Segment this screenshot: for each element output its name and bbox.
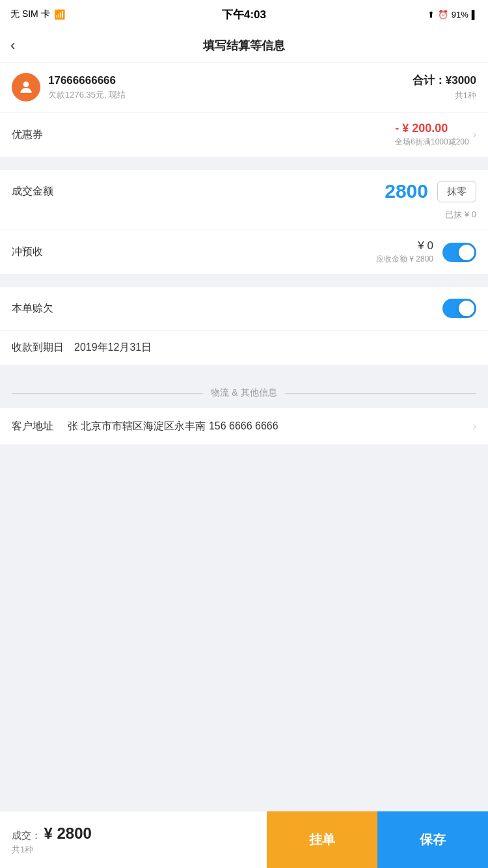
section-sep-3	[0, 372, 488, 378]
logistics-label: 物流 & 其他信息	[203, 387, 284, 399]
address-row[interactable]: 客户地址 张 北京市市辖区海淀区永丰南 156 6666 6666 ›	[0, 408, 488, 444]
section-sep-2	[0, 280, 488, 287]
bottom-info: 成交： ¥ 2800 共1种	[0, 824, 267, 856]
hang-order-button[interactable]: 挂单	[267, 811, 377, 869]
coupon-right: - ¥ 200.00 全场6折满1000减200 ›	[395, 122, 476, 148]
bottom-deal-count: 共1种	[12, 844, 255, 856]
address-value: 张 北京市市辖区海淀区永丰南 156 6666 6666	[68, 418, 473, 434]
status-right: ⬆ ⏰ 91% ▌	[427, 10, 478, 20]
customer-row: 17666666666 欠款1276.35元, 现结 合计：¥3000 共1种	[0, 62, 488, 112]
chevron-right-icon: ›	[473, 129, 476, 141]
alarm-icon: ⏰	[438, 10, 448, 20]
transaction-card: 成交金额 2800 抹零 已抹 ¥ 0 冲预收 ¥ 0 应收金额 ¥ 2800	[0, 170, 488, 274]
avatar	[12, 73, 40, 102]
svg-point-0	[23, 81, 29, 87]
section-sep-1	[0, 163, 488, 170]
total-count: 共1种	[413, 90, 476, 102]
debt-toggle[interactable]	[442, 299, 476, 318]
customer-card: 17666666666 欠款1276.35元, 现结 合计：¥3000 共1种 …	[0, 62, 488, 157]
battery-label: 91%	[452, 10, 468, 20]
precollect-values: ¥ 0 应收金额 ¥ 2800	[376, 239, 433, 265]
no-sim-label: 无 SIM 卡	[10, 8, 50, 20]
precollect-right: ¥ 0 应收金额 ¥ 2800	[376, 239, 476, 265]
precollect-label: 冲预收	[12, 245, 43, 259]
precollect-toggle[interactable]	[442, 243, 476, 262]
bottom-bar: 成交： ¥ 2800 共1种 挂单 保存	[0, 811, 488, 868]
round-button[interactable]: 抹零	[437, 181, 476, 202]
total-amount: 合计：¥3000	[413, 73, 476, 88]
bottom-deal-row: 成交： ¥ 2800	[12, 824, 255, 843]
customer-info: 17666666666 欠款1276.35元, 现结	[48, 74, 126, 101]
save-button[interactable]: 保存	[377, 811, 488, 869]
battery-icon: ▌	[472, 10, 478, 20]
duedate-value: 2019年12月31日	[74, 341, 152, 355]
transaction-label: 成交金额	[12, 185, 53, 198]
content-area: 17666666666 欠款1276.35元, 现结 合计：¥3000 共1种 …	[0, 62, 488, 633]
address-label: 客户地址	[12, 420, 57, 433]
duedate-label: 收款到期日	[12, 341, 64, 355]
customer-right: 合计：¥3000 共1种	[413, 73, 476, 102]
transaction-value: 2800	[385, 180, 428, 202]
nav-header: ‹ 填写结算等信息	[0, 29, 488, 62]
coupon-info: - ¥ 200.00 全场6折满1000减200	[395, 122, 468, 148]
coupon-label: 优惠券	[12, 128, 43, 142]
bottom-deal-amount: ¥ 2800	[44, 824, 91, 842]
address-chevron-icon: ›	[473, 420, 476, 432]
status-left: 无 SIM 卡 📶	[10, 8, 65, 20]
wifi-icon: 📶	[54, 9, 65, 20]
coupon-desc: 全场6折满1000减200	[395, 137, 468, 148]
amount-row: 成交金额 2800 抹零	[0, 170, 488, 209]
bottom-padding	[0, 444, 488, 575]
amount-right: 2800 抹零	[385, 180, 476, 202]
precollect-main: ¥ 0	[376, 239, 433, 252]
logistics-section: 物流 & 其他信息	[0, 378, 488, 408]
transaction-sub: 已抹 ¥ 0	[0, 209, 488, 230]
page-title: 填写结算等信息	[203, 38, 285, 53]
section-line-right	[285, 393, 476, 394]
duedate-row: 收款到期日 2019年12月31日	[0, 330, 488, 365]
back-button[interactable]: ‹	[10, 37, 15, 54]
debt-card: 本单赊欠 收款到期日 2019年12月31日	[0, 287, 488, 365]
customer-phone: 17666666666	[48, 74, 126, 87]
precollect-row: 冲预收 ¥ 0 应收金额 ¥ 2800	[0, 230, 488, 274]
debt-label: 本单赊欠	[12, 302, 53, 316]
customer-sub: 欠款1276.35元, 现结	[48, 89, 126, 101]
location-icon: ⬆	[427, 10, 435, 20]
debt-row: 本单赊欠	[0, 287, 488, 330]
customer-left: 17666666666 欠款1276.35元, 现结	[12, 73, 126, 102]
precollect-sub: 应收金额 ¥ 2800	[376, 254, 433, 265]
coupon-amount: - ¥ 200.00	[395, 122, 468, 135]
section-line-left	[12, 393, 203, 394]
status-bar: 无 SIM 卡 📶 下午4:03 ⬆ ⏰ 91% ▌	[0, 0, 488, 29]
bottom-deal-label: 成交：	[12, 830, 41, 841]
status-time: 下午4:03	[222, 7, 266, 22]
coupon-row[interactable]: 优惠券 - ¥ 200.00 全场6折满1000减200 ›	[0, 112, 488, 157]
